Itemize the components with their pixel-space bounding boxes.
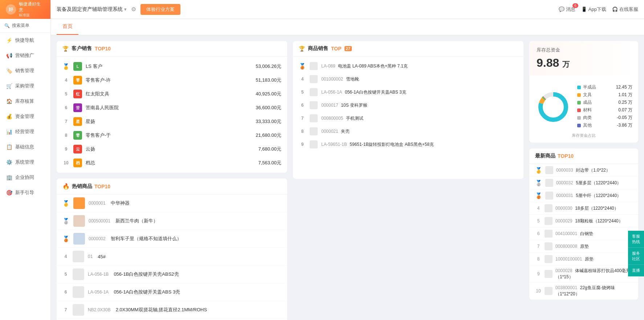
sidebar-logo: 好 畅捷通好生意 标准版 [0,0,50,19]
float-btn-service[interactable]: 客服热线 [628,231,644,248]
customer-rank-8[interactable]: 10 档 档总 7,563.00元 [57,156,287,170]
new-product-img-1 [545,166,553,174]
rank-num-8: 10 [62,160,70,165]
product-rank-7[interactable]: 7 000800005 手机测试 [293,112,523,125]
float-btn-community[interactable]: 服务社区 [628,248,644,265]
new-product-1[interactable]: 🥇 0000033 封边带（1.0*22） [529,164,638,177]
inventory-amount-value: 9.88 [537,56,559,69]
product-name-7: 手机测试 [346,116,363,121]
medal-gold-1: 🥇 [62,63,70,70]
customer-ranking-title: 客户销售 [72,45,92,52]
header-right: 💬 消息 6 📱 App下载 🎧 在线客服 [559,6,638,13]
new-product-8[interactable]: 8 10000100001 原垫 [529,253,638,266]
product-code-6: 0000017 [321,103,338,108]
product-rank-4[interactable]: 4 001000002 雪地靴 [293,73,523,86]
customer-rank-2[interactable]: 4 零 零售客户-许 51,183.00元 [57,73,287,87]
nav-label-base: 基础信息 [15,144,34,150]
new-rank-8: 8 [535,257,542,262]
customer-rank-6[interactable]: 8 零 零售客户-于 21,680.00元 [57,128,287,142]
product-rank-6[interactable]: 6 0000017 10S 变科罗猴 [293,99,523,112]
new-product-7[interactable]: 7 000800008 原垫 [529,240,638,253]
hot-rank-4: 4 [62,254,69,259]
sidebar-item-inventory[interactable]: 🏠 库存核算 [0,94,50,109]
search-menu[interactable]: 🔍 搜索菜单 [0,19,50,33]
product-rank-8[interactable]: 8 0000021 夹壳 [293,125,523,138]
new-rank-4: 4 [535,206,542,211]
float-btn-live[interactable]: 直播 [628,265,644,276]
customer-ranking-list: 🥇 L LS 客户 53,006.26元 4 零 零售客户-许 51,183.0… [57,57,287,173]
customer-name-3: 红太阳文具 [86,91,252,97]
new-product-3[interactable]: 🥉 0000031 5厘中纤（1220*2440） [529,189,638,202]
system-title-dropdown[interactable]: 装备及固定资产辅助管理系统 ▾ [57,6,127,13]
inventory-chart-area: 半成品 12.45 万 文具 1.01 万 [535,84,632,130]
tab-home[interactable]: 首页 [57,19,78,35]
new-product-10[interactable]: 10 003800001 22g鱼豆腐-烧烤味（1*12*20） [529,283,638,300]
product-ranking-column: 🏆 商品销售 TOP 27 🥉 LA-089 电池盖 LA-089 ABS本色+… [293,41,523,320]
hot-item-6[interactable]: 6 LA-056-1A 056-1A白色按键开关盖ABS 3壳 [57,283,287,301]
hot-item-4[interactable]: 4 01 45# [57,248,287,266]
sidebar-item-guide[interactable]: 🎯 新手引导 [0,185,50,200]
sidebar-item-sales[interactable]: 🏷️ 销售管理 [0,63,50,78]
guide-icon: 🎯 [6,189,12,196]
hot-code-6: LA-056-1A [88,290,109,295]
new-product-img-5 [545,217,553,225]
legend-val-6: -3.86 万 [617,122,632,128]
dropdown-arrow-icon: ▾ [124,7,127,12]
sidebar-item-finance[interactable]: 💰 资金管理 [0,109,50,124]
hot-item-2[interactable]: 🥈 000500001 新西兰牛肉（新牛） [57,212,287,230]
sidebar-item-marketing[interactable]: 📢 营销推广 [0,48,50,63]
hot-medal-1: 🥇 [62,200,70,207]
hot-item-3[interactable]: 🥉 0000002 智利车子里（规格不知道填什么） [57,230,287,248]
sidebar-item-company[interactable]: 🏢 企业协同 [0,170,50,185]
sidebar-nav: ⚡ 快捷导航 📢 营销推广 🏷️ 销售管理 🛒 采购管理 🏠 库存核算 💰 资金… [0,33,50,320]
settings-icon[interactable]: ⚙ [131,6,136,13]
new-product-img-10 [545,287,553,295]
legend-dot-2 [577,93,581,97]
product-rank-9[interactable]: 9 LA-59651-1B 59651-1B旋转投影灯电池盒 ABS黑色+58克 [293,138,523,151]
customer-rank-5[interactable]: 7 星 星扬 33,333.00元 [57,115,287,128]
sidebar-item-base[interactable]: 📋 基础信息 [0,139,50,155]
sidebar-item-operation[interactable]: 📊 经营管理 [0,124,50,139]
new-product-9[interactable]: 9 0000028 体碱嘉枝味苏打饮品400毫升（1*15） [529,266,638,283]
rank-num-6: 8 [62,133,70,138]
product-img-9 [310,140,318,148]
new-product-info-2: 0000032 5厘多层（1220*2440） [556,180,632,186]
inventory-title: 库存总资金 [537,47,560,53]
customer-rank-4[interactable]: 6 苦 苦南县人民医院 36,600.00元 [57,101,287,115]
trial-button[interactable]: 体验行业方案 [140,4,180,15]
legend-name-4: 材料 [583,107,616,113]
product-info-5: LA-056-1A 056-1A白色按键开关盖ABS 3克 [321,89,518,95]
customer-name-5: 星扬 [86,118,252,125]
new-product-2[interactable]: 🥈 0000032 5厘多层（1220*2440） [529,177,638,189]
online-service-action[interactable]: 🎧 在线客服 [612,6,638,13]
sidebar-item-system[interactable]: ⚙️ 系统管理 [0,155,50,170]
sidebar-item-quick-nav[interactable]: ⚡ 快捷导航 [0,33,50,48]
sidebar: 好 畅捷通好生意 标准版 🔍 搜索菜单 ⚡ 快捷导航 📢 营销推广 🏷️ 销售管… [0,0,51,320]
product-rank-5[interactable]: 5 LA-056-1A 056-1A白色按键开关盖ABS 3克 [293,86,523,99]
fire-icon: 🔥 [62,183,70,190]
customer-rank-3[interactable]: 5 红 红太阳文具 40,925.00元 [57,87,287,101]
messages-action[interactable]: 💬 消息 6 [559,6,575,13]
legend-item-6: 其他 -3.86 万 [577,122,632,128]
inventory-amount-unit: 万 [562,60,570,68]
customer-rank-1[interactable]: 🥇 L LS 客户 53,006.26元 [57,60,287,73]
new-product-5[interactable]: 5 0000029 18颗粒板（1220*2440） [529,215,638,227]
hot-item-5[interactable]: 5 LA-056-1B 056-1B白色按键开关壳ABS2壳 [57,266,287,283]
inventory-amount-display: 9.88 万 [537,56,631,70]
hot-rank-7: 7 [62,307,69,312]
hot-item-1[interactable]: 🥇 0000001 中华神器 [57,194,287,212]
app-download-action[interactable]: 📱 App下载 [581,6,606,13]
customer-rank-7[interactable]: 9 云 云扬 7,680.00元 [57,142,287,156]
product-top-label: TOP [331,46,342,52]
hot-item-7[interactable]: 7 NB2.0X30B 2.0X30MM双搓花轴,搓花直径2.1MM/ROHS [57,301,287,319]
rank-num-3: 5 [62,91,70,97]
nav-label-purchase: 采购管理 [15,83,34,89]
new-product-6[interactable]: 6 004100001 白钢垫 [529,227,638,240]
product-img-7 [310,114,318,122]
new-product-4[interactable]: 4 0000030 18多层（1220*2440） [529,202,638,215]
hot-products-header: 🔥 热销商品 TOP10 [57,179,287,194]
product-rank-3[interactable]: 🥉 LA-089 电池盖 LA-089 ABS本色+黑种 7.1克 [293,60,523,73]
inventory-card: 库存总资金 9.88 万 [529,41,638,143]
sidebar-item-purchase[interactable]: 🛒 采购管理 [0,78,50,94]
marketing-icon: 📢 [6,52,12,59]
